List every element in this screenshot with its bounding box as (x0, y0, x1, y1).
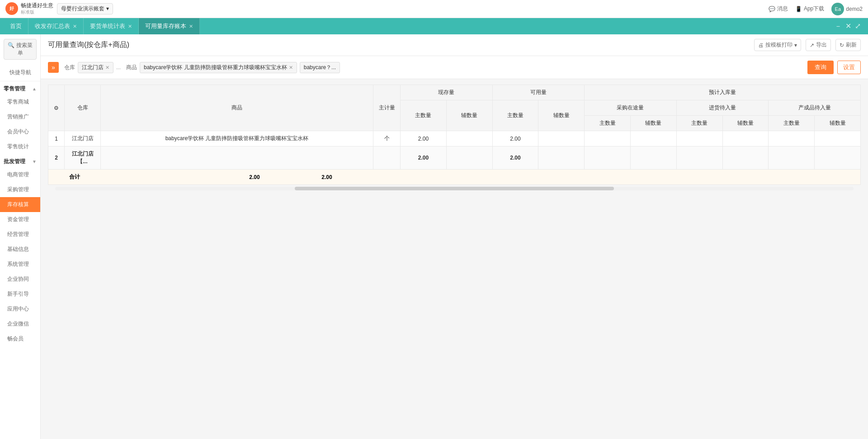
page-actions: 🖨 按模板打印 ▾ ↗ 导出 ↻ 刷新 (754, 39, 861, 51)
chevron-up-icon: ▲ (32, 86, 37, 91)
filter-expand-button[interactable]: » (48, 62, 59, 73)
sidebar-search-area: 🔍 搜索菜单 (0, 34, 40, 64)
cell-warehouse-1: 江北门店 (65, 131, 101, 146)
export-button[interactable]: ↗ 导出 (806, 39, 831, 51)
filter-area: » 仓库 江北门店 ✕ ... 商品 babycare学饮杯 儿童防摔防撞吸管杯… (41, 56, 868, 79)
cell-unit-2 (373, 146, 401, 170)
footer-label: 合计 (65, 173, 101, 181)
th-available-aux: 辅数量 (538, 100, 585, 131)
product-tag-2[interactable]: babycare？... (300, 62, 340, 73)
sidebar-item-guide[interactable]: 新手引导 (0, 287, 40, 302)
product-tag-1-remove[interactable]: ✕ (289, 65, 293, 71)
logo-icon: 好 (5, 2, 18, 15)
nav-tabs: 首页 收发存汇总表 ✕ 要货单统计表 ✕ 可用量库存账本 ✕ － ✕ ⤢ (0, 18, 868, 34)
tab-available-stock[interactable]: 可用量库存账本 ✕ (139, 18, 200, 34)
cell-prod-main-2 (769, 146, 815, 170)
table-row: 1 江北门店 babycare学饮杯 儿童防摔防撞吸管杯重力球吸嘴杯宝宝水杯 个… (48, 131, 861, 146)
setting-button[interactable]: 设置 (837, 61, 861, 74)
warehouse-tag-text: 江北门店 (82, 64, 104, 71)
th-settings: ⚙ (48, 85, 65, 131)
refresh-button[interactable]: ↻ 刷新 (835, 39, 861, 51)
top-bar-right: 💬 消息 📱 App下载 Ea demo2 (769, 3, 863, 15)
tab-receipts-close[interactable]: ✕ (73, 24, 77, 29)
tab-receipts[interactable]: 收发存汇总表 ✕ (28, 18, 84, 34)
chevron-down-icon: ▾ (794, 42, 797, 48)
logo-text-block: 畅捷通好生意 标准版 (21, 2, 53, 15)
industry-selector[interactable]: 母婴行业演示账套 ▾ (57, 3, 113, 14)
sidebar-item-ecommerce[interactable]: 电商管理 (0, 167, 40, 182)
warehouse-tag[interactable]: 江北门店 ✕ (78, 62, 113, 73)
search-icon: 🔍 (8, 42, 14, 48)
cell-product-2 (101, 146, 373, 170)
sidebar-item-retail-stats[interactable]: 零售统计 (0, 139, 40, 154)
print-button[interactable]: 🖨 按模板打印 ▾ (754, 39, 801, 51)
maximize-button[interactable]: ⤢ (855, 22, 861, 31)
sidebar-item-basic-info[interactable]: 基础信息 (0, 242, 40, 257)
minimize-button[interactable]: － (835, 22, 842, 31)
th-prod-main: 主数量 (769, 116, 815, 131)
cell-purchase-aux-2 (630, 146, 676, 170)
cell-purchase-aux-1 (630, 131, 676, 146)
tab-available-stock-close[interactable]: ✕ (189, 24, 193, 29)
th-warehouse: 仓库 (65, 85, 101, 131)
cell-prod-aux-2 (815, 146, 861, 170)
logo-sub: 标准版 (21, 9, 53, 15)
th-prod-aux: 辅数量 (815, 116, 861, 131)
sidebar-item-wechat[interactable]: 企业微信 (0, 316, 40, 331)
main-layout: 🔍 搜索菜单 快捷导航 零售管理 ▲ 零售商城 营销推广 会员中心 零售统计 批… (0, 34, 868, 439)
product-tag-1-text: babycare学饮杯 儿童防摔防撞吸管杯重力球吸嘴杯宝宝水杯 (144, 64, 287, 71)
cell-purchase-main-2 (585, 146, 631, 170)
th-goods-in-transit: 进货待入量 (676, 100, 769, 116)
sidebar-item-finance[interactable]: 资金管理 (0, 212, 40, 227)
cell-goods-main-1 (676, 131, 722, 146)
sidebar-item-system[interactable]: 系统管理 (0, 257, 40, 272)
th-unit: 主计量 (373, 85, 401, 131)
th-goods-aux: 辅数量 (722, 116, 769, 131)
tab-home-label: 首页 (10, 22, 22, 30)
th-product: 商品 (101, 85, 373, 131)
sidebar-section-retail[interactable]: 零售管理 ▲ (0, 81, 40, 94)
user-menu[interactable]: Ea demo2 (831, 3, 863, 15)
window-buttons: － ✕ ⤢ (835, 22, 864, 31)
product-tag-1[interactable]: babycare学饮杯 儿童防摔防撞吸管杯重力球吸嘴杯宝宝水杯 ✕ (140, 62, 297, 73)
th-available-main: 主数量 (492, 100, 538, 131)
warehouse-tag-remove[interactable]: ✕ (105, 65, 109, 71)
page-title: 可用量查询(按仓库+商品) (48, 40, 129, 50)
sidebar-item-stock[interactable]: 库存核算 (0, 197, 40, 212)
sidebar-section-wholesale[interactable]: 批发管理 ▼ (0, 154, 40, 167)
cell-stock-aux-2 (446, 146, 492, 170)
sidebar-item-quicknav[interactable]: 快捷导航 (0, 64, 40, 81)
th-purchase-in-transit: 采购在途量 (585, 100, 677, 116)
sidebar-item-retail-mall[interactable]: 零售商城 (0, 94, 40, 109)
app-download-button[interactable]: 📱 App下载 (795, 5, 824, 13)
th-goods-main: 主数量 (676, 116, 722, 131)
sidebar-item-vip[interactable]: 畅会员 (0, 331, 40, 346)
sidebar-item-collab[interactable]: 企业协同 (0, 272, 40, 287)
query-button[interactable]: 查询 (807, 61, 834, 74)
scrollbar-thumb[interactable] (295, 187, 614, 190)
sidebar-item-purchase[interactable]: 采购管理 (0, 182, 40, 197)
tab-home[interactable]: 首页 (4, 18, 28, 34)
table-footer: 合计 2.00 2.00 (48, 170, 861, 185)
mobile-icon: 📱 (795, 6, 802, 12)
warehouse-more-button[interactable]: ... (116, 64, 121, 71)
table-container: ⚙ 仓库 商品 主计量 现存量 可用量 预计入库量 主数量 辅数量 主数量 辅数… (41, 79, 868, 198)
cell-goods-aux-1 (722, 131, 769, 146)
sidebar-item-app-center[interactable]: 应用中心 (0, 302, 40, 316)
sidebar-item-operations[interactable]: 经营管理 (0, 227, 40, 242)
close-button[interactable]: ✕ (845, 22, 851, 31)
horizontal-scrollbar[interactable] (55, 187, 854, 190)
tab-order-stats[interactable]: 要货单统计表 ✕ (84, 18, 139, 34)
product-filter-group: 商品 babycare学饮杯 儿童防摔防撞吸管杯重力球吸嘴杯宝宝水杯 ✕ bab… (126, 62, 340, 73)
search-menu-button[interactable]: 🔍 搜索菜单 (4, 39, 37, 60)
page-header: 可用量查询(按仓库+商品) 🖨 按模板打印 ▾ ↗ 导出 ↻ 刷新 (41, 34, 868, 56)
cell-purchase-main-1 (585, 131, 631, 146)
cell-available-main-1: 2.00 (492, 131, 538, 146)
tab-order-stats-close[interactable]: ✕ (128, 24, 132, 29)
chevron-down-icon: ▾ (106, 5, 109, 12)
sidebar-item-marketing[interactable]: 营销推广 (0, 109, 40, 124)
table-row: 2 江北门店【... 2.00 2.00 (48, 146, 861, 170)
message-button[interactable]: 💬 消息 (769, 5, 788, 13)
cell-product-1: babycare学饮杯 儿童防摔防撞吸管杯重力球吸嘴杯宝宝水杯 (101, 131, 373, 146)
sidebar-item-members[interactable]: 会员中心 (0, 124, 40, 139)
